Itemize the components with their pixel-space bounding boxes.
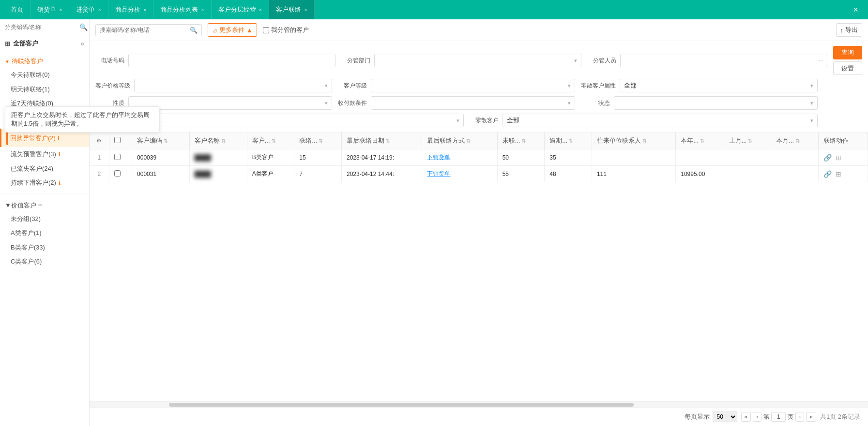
filter-retail-customer-select[interactable]: 全部 ▾ [503, 114, 818, 127]
sort-icon-name: ⇅ [221, 138, 226, 144]
search-input[interactable] [100, 27, 187, 33]
col-last-date: 最后联络日期⇅ [341, 132, 422, 149]
last-page-button[interactable]: » [806, 412, 816, 422]
col-gear[interactable]: ⚙ [90, 132, 109, 149]
current-page-display[interactable]: 1 [771, 412, 786, 422]
sidebar-item-b-class[interactable]: B类客户(33) [0, 240, 89, 255]
filter-customer-type: 客户类型 ▾ [116, 114, 464, 127]
sidebar-group-repurchase: 回购异常客户(2) ℹ 流失预警客户(3) ℹ 已流失客户(24) 持续下滑客户… [0, 127, 89, 192]
info-icon2: ℹ [59, 151, 61, 157]
table-container: ⚙ 客户编码⇅ 客户名称⇅ 客户...⇅ 联络...⇅ 最后联络日期⇅ 最后联络… [90, 132, 868, 401]
scroll-bar[interactable] [90, 401, 868, 407]
filter-row-1: 电话号码 分管部门 ▾ 分管人员 ··· [95, 46, 862, 75]
filter-customer-grade-select[interactable]: ▾ [371, 79, 575, 92]
close-purchase-icon[interactable]: × [98, 7, 101, 13]
my-customer-checkbox-area[interactable]: 我分管的客户 [263, 26, 309, 34]
sidebar-item-lost[interactable]: 已流失客户(24) [0, 162, 89, 176]
sidebar-group-pending-label[interactable]: ▼ 待联络客户 [0, 54, 89, 68]
prev-page-button[interactable]: ‹ [753, 412, 761, 422]
cell-code: 000031 [132, 166, 190, 182]
more-action-icon[interactable]: ⊞ [836, 170, 841, 178]
close-sales-icon[interactable]: × [59, 7, 62, 13]
nav-tab-customer-contact[interactable]: 客户联络 × [269, 0, 314, 19]
row-checkbox[interactable] [114, 170, 121, 176]
my-customer-checkbox[interactable] [263, 27, 269, 33]
settings-button[interactable]: 设置 [833, 61, 862, 75]
col-action: 联络动作 [818, 132, 868, 149]
per-page-select[interactable]: 50 10 20 100 [713, 411, 737, 422]
nav-tab-home[interactable]: 首页 [4, 0, 30, 19]
query-button[interactable]: 查询 [833, 46, 862, 59]
cell-action[interactable]: 🔗⊞ [818, 149, 868, 166]
sort-icon-date: ⇅ [386, 138, 390, 144]
cell-action[interactable]: 🔗⊞ [818, 166, 868, 182]
sidebar-item-today[interactable]: 今天待联络(0) [0, 68, 89, 82]
sidebar-item-tomorrow[interactable]: 明天待联络(1) [0, 82, 89, 97]
more-action-icon[interactable]: ⊞ [836, 154, 841, 162]
filter-retail-customer-label: 零散客户 [470, 117, 499, 125]
close-all-button[interactable]: × [847, 5, 864, 15]
link-action-icon[interactable]: 🔗 [823, 154, 832, 162]
edit-icon[interactable]: ✏ [38, 202, 43, 208]
select-all-checkbox[interactable] [114, 137, 121, 143]
sidebar-search-input[interactable] [5, 24, 77, 30]
link-action-icon[interactable]: 🔗 [823, 170, 832, 178]
filter-manager-select[interactable]: ··· [620, 54, 827, 67]
toolbar: 🔍 ⊿ 更多条件 ▲ 我分管的客户 ↑ 导出 [90, 19, 868, 41]
sidebar-item-c-class[interactable]: C类客户(6) [0, 254, 89, 269]
filter-row-2: 客户价格等级 ▾ 客户等级 ▾ 零散客户属性 全部 [95, 79, 862, 92]
export-button[interactable]: ↑ 导出 [836, 23, 863, 37]
filter-manager: 分管人员 ··· [587, 54, 827, 67]
filter-status-select[interactable]: ▾ [614, 96, 818, 110]
sidebar-search-icon[interactable]: 🔍 [79, 23, 88, 31]
sort-icon-last-month: ⇅ [748, 138, 752, 144]
filter-dept-label: 分管部门 [341, 57, 370, 65]
nav-tab-analysis-list[interactable]: 商品分析列表 × [153, 0, 211, 19]
cell-last-method[interactable]: 下销货单 [422, 149, 497, 166]
active-indicator [6, 132, 8, 145]
scroll-thumb[interactable] [169, 403, 634, 407]
sidebar-group-value: ▼ 价值客户 ✏ 未分组(32) A类客户(1) B类客户(33) C类客户(6… [0, 196, 89, 271]
cell-name: ████ [189, 149, 247, 166]
sidebar-group-value-label[interactable]: ▼ 价值客户 ✏ [0, 198, 89, 212]
filter-price-grade-select[interactable]: ▾ [134, 79, 332, 92]
first-page-button[interactable]: « [741, 412, 751, 422]
close-analysis-icon[interactable]: × [143, 7, 146, 13]
filter-retail-attr-select[interactable]: 全部 ▾ [620, 79, 818, 92]
close-customer-contact-icon[interactable]: × [304, 7, 307, 13]
footer-total: 共1页 2条记录 [820, 412, 860, 421]
cell-type: B类客户 [247, 149, 294, 166]
footer-pager: « ‹ 第 1 页 › » [741, 412, 816, 422]
close-customer-mgmt-icon[interactable]: × [259, 7, 262, 13]
cell-checkbox[interactable] [109, 149, 132, 166]
search-icon[interactable]: 🔍 [190, 27, 198, 34]
sidebar-item-loss-warning[interactable]: 流失预警客户(3) ℹ [0, 147, 89, 162]
filter-dept-select[interactable]: ▾ [374, 54, 581, 67]
close-analysis-list-icon[interactable]: × [201, 7, 204, 13]
filter-phone-input[interactable] [128, 54, 335, 67]
sidebar-item-ungrouped[interactable]: 未分组(32) [0, 212, 89, 226]
nav-tab-customer-mgmt[interactable]: 客户分层经营 × [212, 0, 269, 19]
filter-payment-select[interactable]: ▾ [371, 96, 575, 110]
sidebar-item-a-class[interactable]: A类客户(1) [0, 226, 89, 240]
grid-icon: ⊞ [5, 40, 10, 47]
row-checkbox[interactable] [114, 154, 121, 160]
customer-table: ⚙ 客户编码⇅ 客户名称⇅ 客户...⇅ 联络...⇅ 最后联络日期⇅ 最后联络… [90, 132, 868, 182]
cell-not-contact: 55 [497, 166, 545, 182]
sidebar-collapse-button[interactable]: » [80, 40, 84, 47]
filter-customer-type-select[interactable]: ▾ [149, 114, 464, 127]
sort-icon-overdue: ⇅ [569, 138, 573, 144]
col-code: 客户编码⇅ [132, 132, 190, 149]
cell-type: A类客户 [247, 166, 294, 182]
nav-tab-purchase[interactable]: 进货单 × [69, 0, 108, 19]
cell-last-method[interactable]: 下销货单 [422, 166, 497, 182]
cell-this-year: 10995.00 [676, 166, 724, 182]
col-checkbox [109, 132, 132, 149]
next-page-button[interactable]: › [795, 412, 804, 422]
cell-checkbox[interactable] [109, 166, 132, 182]
more-filter-button[interactable]: ⊿ 更多条件 ▲ [208, 23, 257, 37]
nav-tab-sales[interactable]: 销货单 × [30, 0, 69, 19]
cell-contact-person [592, 149, 675, 166]
sidebar-item-declining[interactable]: 持续下滑客户(2) ℹ [0, 176, 89, 190]
nav-tab-analysis[interactable]: 商品分析 × [108, 0, 153, 19]
